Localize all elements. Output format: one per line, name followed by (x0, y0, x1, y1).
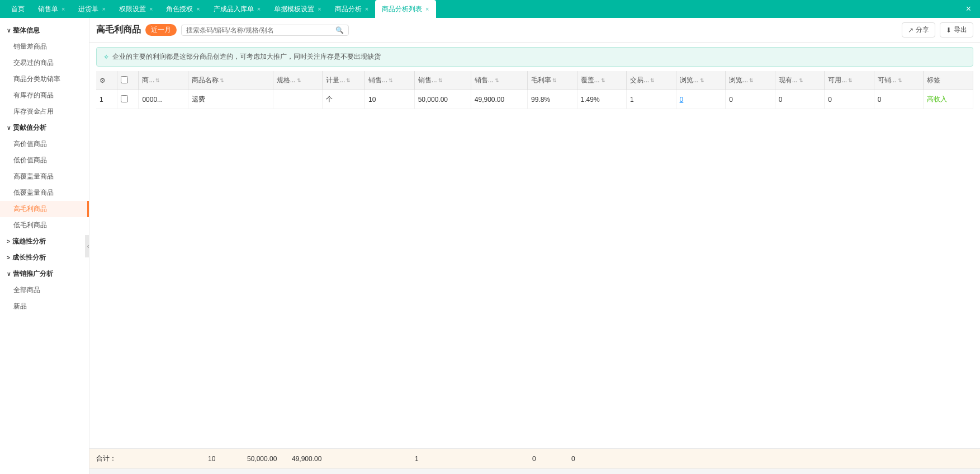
sidebar-group-2[interactable]: >流趋性分析 (0, 233, 89, 250)
table-col-15[interactable]: 可用...⇅ (825, 71, 874, 90)
table-row: 10000...运费个1050,000.0049,900.0099.8%1.49… (96, 90, 973, 109)
table-col-4[interactable]: 规格...⇅ (273, 71, 323, 90)
sidebar-group-arrow-1: ∨ (7, 125, 11, 131)
row-unit: 个 (323, 90, 365, 109)
info-icon: ✧ (103, 53, 109, 61)
share-button[interactable]: ↗ 分享 (902, 22, 935, 37)
sidebar-item-0-1[interactable]: 交易过的商品 (0, 55, 89, 71)
sidebar-item-1-0[interactable]: 高价值商品 (0, 136, 89, 152)
nav-close-7[interactable]: × (365, 6, 368, 12)
sidebar-item-0-0[interactable]: 销量差商品 (0, 39, 89, 55)
sidebar-group-1[interactable]: ∨贡献值分析 (0, 120, 89, 136)
table-col-14[interactable]: 现有...⇅ (775, 71, 825, 90)
table-col-8[interactable]: 销售...⇅ (471, 71, 527, 90)
export-button[interactable]: ⬇ 导出 (940, 22, 973, 37)
sort-icon-14[interactable]: ⇅ (799, 78, 803, 83)
sort-icon-11[interactable]: ⇅ (650, 78, 655, 83)
nav-close-1[interactable]: × (61, 6, 65, 12)
filter-recent-month[interactable]: 近一月 (145, 24, 177, 36)
row-browse1[interactable]: 0 (676, 90, 726, 109)
sidebar-group-3[interactable]: >成长性分析 (0, 250, 89, 266)
table-col-3[interactable]: 商品名称⇅ (188, 71, 273, 90)
sort-icon-10[interactable]: ⇅ (601, 78, 605, 83)
row-sales3: 49,900.00 (471, 90, 527, 109)
sidebar-item-4-1[interactable]: 新品 (0, 298, 89, 315)
nav-close-5[interactable]: × (257, 6, 261, 12)
row-browse2: 0 (726, 90, 775, 109)
table-col-2[interactable]: 商...⇅ (139, 71, 188, 90)
table-col-9[interactable]: 毛利率⇅ (528, 71, 577, 90)
sidebar-group-label-1: 贡献值分析 (13, 123, 46, 133)
search-box: 🔍 (181, 25, 349, 36)
search-input[interactable] (186, 26, 335, 34)
row-code: 0000... (139, 90, 188, 109)
table-col-16[interactable]: 可销...⇅ (874, 71, 924, 90)
sort-icon-15[interactable]: ⇅ (848, 78, 853, 83)
sidebar-item-0-2[interactable]: 商品分类助销率 (0, 71, 89, 87)
nav-item-5[interactable]: 产成品入库单× (207, 0, 267, 18)
nav-item-0[interactable]: 首页 (4, 0, 31, 18)
bottom-scrollbar[interactable] (89, 468, 980, 474)
sidebar-toggle[interactable]: « (85, 235, 89, 257)
sidebar-group-4[interactable]: ∨营销推广分析 (0, 266, 89, 282)
table-col-10[interactable]: 覆盖...⇅ (577, 71, 627, 90)
sort-icon-2[interactable]: ⇅ (155, 78, 160, 83)
row-tag: 高收入 (924, 90, 973, 109)
nav-close-4[interactable]: × (196, 6, 200, 12)
nav-item-3[interactable]: 权限设置× (112, 0, 159, 18)
table-col-6[interactable]: 销售...⇅ (365, 71, 415, 90)
nav-close-8[interactable]: × (425, 6, 429, 12)
sort-icon-13[interactable]: ⇅ (749, 78, 754, 83)
sidebar-group-label-3: 成长性分析 (12, 253, 46, 262)
sidebar-group-0[interactable]: ∨整体信息 (0, 22, 89, 39)
browse-link[interactable]: 0 (680, 96, 684, 104)
nav-close-3[interactable]: × (149, 6, 153, 12)
nav-close-6[interactable]: × (318, 6, 321, 12)
table-col-12[interactable]: 浏览...⇅ (676, 71, 726, 90)
sort-icon-6[interactable]: ⇅ (389, 78, 393, 83)
sidebar-group-label-0: 整体信息 (13, 26, 40, 35)
footer-sales3: 49,900.00 (292, 455, 337, 463)
footer-total: 合计：1050,000.0049,900.00100 (89, 448, 980, 468)
table-col-5[interactable]: 计量...⇅ (323, 71, 365, 90)
sidebar-item-1-5[interactable]: 低毛利商品 (0, 217, 89, 233)
table-col-11[interactable]: 交易...⇅ (627, 71, 676, 90)
sidebar-item-4-0[interactable]: 全部商品 (0, 282, 89, 298)
nav-item-2[interactable]: 进货单× (72, 0, 112, 18)
sort-icon-9[interactable]: ⇅ (552, 78, 557, 83)
row-checkbox[interactable] (117, 90, 139, 109)
sidebar-item-1-2[interactable]: 高覆盖量商品 (0, 168, 89, 185)
sidebar-group-label-4: 营销推广分析 (13, 269, 53, 279)
sort-icon-7[interactable]: ⇅ (438, 78, 443, 83)
sidebar-item-1-1[interactable]: 低价值商品 (0, 152, 89, 168)
sidebar-group-arrow-4: ∨ (7, 271, 11, 277)
sort-icon-4[interactable]: ⇅ (297, 78, 301, 83)
sidebar-item-0-4[interactable]: 库存资金占用 (0, 104, 89, 120)
sort-icon-5[interactable]: ⇅ (346, 78, 351, 83)
sidebar-group-arrow-3: > (7, 255, 10, 261)
sort-icon-12[interactable]: ⇅ (700, 78, 704, 83)
nav-item-7[interactable]: 商品分析× (328, 0, 375, 18)
table-col-13[interactable]: 浏览...⇅ (726, 71, 775, 90)
window-close-button[interactable]: × (962, 4, 976, 14)
row-name: 运费 (188, 90, 273, 109)
main-container: ∨整体信息销量差商品交易过的商品商品分类助销率有库存的商品库存资金占用∨贡献值分… (0, 18, 980, 474)
nav-item-1[interactable]: 销售单× (31, 0, 72, 18)
sort-icon-8[interactable]: ⇅ (495, 78, 499, 83)
search-icon[interactable]: 🔍 (335, 26, 344, 34)
sort-icon-3[interactable]: ⇅ (220, 78, 224, 83)
table-col-7[interactable]: 销售...⇅ (414, 71, 471, 90)
row-checkbox-input[interactable] (121, 95, 128, 102)
content-area: 高毛利商品 近一月 🔍 ↗ 分享 ⬇ 导出 ✧ 企业的主要的利润都是这部分商品创… (89, 18, 980, 474)
sort-icon-16[interactable]: ⇅ (898, 78, 902, 83)
sidebar-item-1-3[interactable]: 低覆盖量商品 (0, 185, 89, 201)
sidebar-item-0-3[interactable]: 有库存的商品 (0, 87, 89, 104)
nav-item-8[interactable]: 商品分析列表× (375, 0, 435, 18)
nav-item-4[interactable]: 角色授权× (159, 0, 206, 18)
nav-item-6[interactable]: 单据模板设置× (267, 0, 328, 18)
select-all-checkbox[interactable] (121, 76, 128, 83)
nav-close-2[interactable]: × (102, 6, 105, 12)
row-current: 0 (775, 90, 825, 109)
sidebar-item-1-4[interactable]: 高毛利商品 (0, 201, 89, 217)
table-col-0: ⚙ (96, 71, 117, 90)
